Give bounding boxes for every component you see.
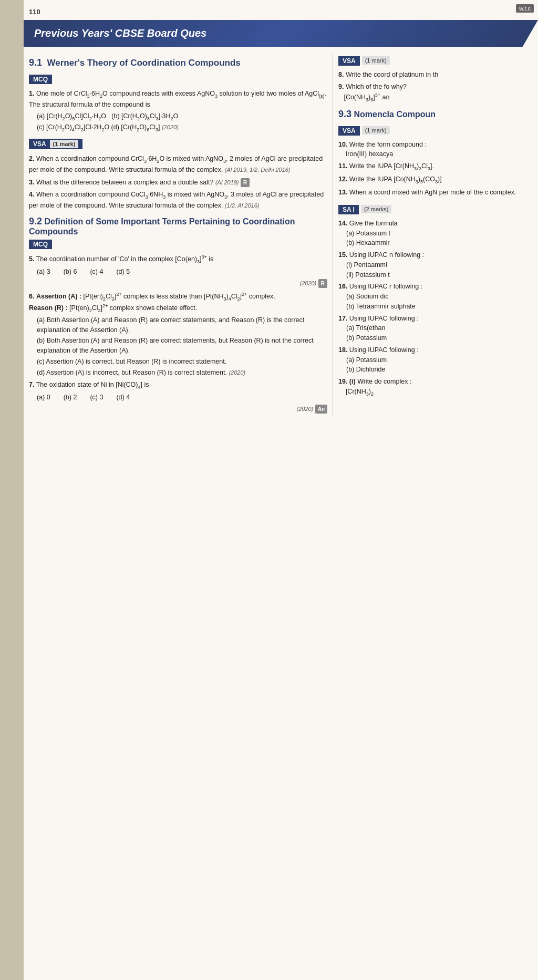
q15-opt-i: (i) Pentaammi — [346, 261, 387, 269]
left-column: 9.1 Werner's Theory of Coordination Comp… — [24, 53, 333, 416]
section-92-title: Definition of Some Important Terms Perta… — [29, 217, 295, 236]
vsa1-mark: (1 mark) — [50, 140, 79, 148]
question-7: 7. The oxidation state of Ni in [Ni(CO)4… — [29, 380, 327, 414]
q5-options: (a) 3 (b) 6 (c) 4 (d) 5 — [37, 267, 327, 277]
mcq-badge-2: MCQ — [29, 240, 52, 249]
question-11: 11. Write the IUPA [Cr(NH3)3Cl3]. — [338, 161, 534, 172]
question-3: 3. What is the difference between a comp… — [29, 178, 327, 188]
vsa-badge-right: VSA — [338, 56, 360, 66]
q16-opt-b: (b) Tetraammir sulphate — [346, 303, 416, 310]
question-12: 12. Write the IUPA [Co(NH3)5(CO3)] — [338, 174, 534, 185]
two-col-layout: 9.1 Werner's Theory of Coordination Comp… — [24, 53, 538, 416]
question-17: 17. Using IUPAC following : (a) Tris(eth… — [338, 314, 534, 343]
r-badge-q3: R — [241, 178, 250, 187]
left-strip — [0, 0, 24, 980]
question-15: 15. Using IUPAC n following : (i) Pentaa… — [338, 250, 534, 280]
right-column: VSA (1 mark) 8. Write the coord of plati… — [333, 53, 538, 416]
question-19: 19. (i) Write do complex : [Cr(NH3)2 — [338, 377, 534, 398]
mcq-badge-1: MCQ — [29, 75, 52, 84]
question-4: 4. When a coordination compound CoCl3·6N… — [29, 190, 327, 211]
q1-opt-a: (a) [Cr(H2O)5Cl]Cl2·H2O (b) [Cr(H2O)3Cl3… — [37, 111, 327, 122]
r-badge-q5: R — [318, 279, 327, 288]
vsa-badge-right2: VSA — [338, 126, 360, 136]
wt-badge: w.t.c — [516, 4, 534, 13]
section-91-title: Werner's Theory of Coordination Compound… — [47, 58, 240, 68]
q7-opt-b: (b) 2 — [64, 393, 77, 403]
main-content: w.t.c 110 Previous Years' CBSE Board Que… — [24, 0, 538, 980]
question-13: 13. When a coord mixed with AgN per mole… — [338, 188, 534, 198]
section-93-heading: 9.3 Nomencla Compoun — [338, 109, 534, 120]
question-2: 2. When a coordination compound CrCl3·6H… — [29, 154, 327, 175]
q17-opt-a: (a) Tris(ethan — [346, 324, 385, 332]
question-14: 14. Give the formula (a) Potassium t (b)… — [338, 219, 534, 248]
q16-opt-a: (a) Sodium dic — [346, 293, 389, 300]
q7-opt-d: (d) 4 — [116, 393, 130, 403]
section-93-num: 9.3 — [338, 109, 351, 119]
q1-opt-c: (c) [Cr(H2O)4Cl2]Cl·2H2O (d) [Cr(H2O)6Cl… — [37, 122, 327, 133]
q7-options: (a) 0 (b) 2 (c) 3 (d) 4 — [37, 393, 327, 403]
sa1-badge: SA I — [338, 205, 359, 214]
section-93-title: Nomencla Compoun — [354, 110, 436, 119]
q15-opt-ii: (ii) Potassium t — [346, 271, 390, 278]
page-number: 110 — [24, 5, 538, 20]
q18-opt-b: (b) Dichloride — [346, 366, 385, 373]
q6-opt-b: (b) Both Assertion (A) and Reason (R) ar… — [37, 336, 327, 356]
reason-label: Reason (R) : — [29, 304, 68, 312]
q5-opt-c: (c) 4 — [90, 267, 103, 277]
question-9: 9. Which of the fo why? [Co(NH3)6]3+ an — [338, 82, 534, 104]
section-91-num: 9.1 — [29, 57, 42, 68]
q7-opt-c: (c) 3 — [90, 393, 103, 403]
question-6: 6. Assertion (A) : [Pt(en)2Cl2]2+ comple… — [29, 291, 327, 378]
assertion-label: Assertion (A) : — [36, 293, 81, 300]
q17-opt-b: (b) Potassium — [346, 334, 387, 342]
section-92-num: 9.2 — [29, 216, 42, 226]
question-18: 18. Using IUPAC following : (a) Potassiu… — [338, 345, 534, 375]
vsa-badge-1: VSA (1 mark) — [29, 139, 82, 149]
q5-opt-d: (d) 5 — [116, 267, 130, 277]
sa1-mark: (2 marks) — [361, 205, 391, 213]
vsa-right-mark: (1 mark) — [362, 56, 390, 65]
question-10: 10. Write the form compound : Iron(III) … — [338, 140, 534, 160]
q6-opt-a: (a) Both Assertion (A) and Reason (R) ar… — [37, 315, 327, 335]
q5-opt-a: (a) 3 — [37, 267, 50, 277]
question-16: 16. Using IUPAC r following : (a) Sodium… — [338, 282, 534, 311]
q14-opt-a: (a) Potassium t — [346, 230, 390, 237]
q5-opt-b: (b) 6 — [64, 267, 77, 277]
q14-opt-b: (b) Hexaammir — [346, 239, 390, 246]
q18-opt-a: (a) Potassium — [346, 356, 387, 364]
vsa-right2-mark: (1 mark) — [362, 126, 390, 135]
q6-opt-c: (c) Assertion (A) is correct, but Reason… — [37, 357, 327, 367]
q7-year: (2020) An — [29, 404, 327, 414]
question-8: 8. Write the coord of platinum in th — [338, 70, 534, 80]
q6-opt-d: (d) Assertion (A) is incorrect, but Reas… — [37, 368, 327, 378]
question-5: 5. The coordination number of 'Co' in th… — [29, 254, 327, 288]
q7-opt-a: (a) 0 — [37, 393, 50, 403]
an-badge-q7: An — [315, 405, 327, 414]
q5-year: (2020) R — [29, 278, 327, 288]
page-wrapper: w.t.c 110 Previous Years' CBSE Board Que… — [0, 0, 538, 980]
header-banner: Previous Years' CBSE Board Ques — [24, 20, 538, 47]
question-1: 1. One mole of CrCl3·6H2O compound react… — [29, 89, 327, 133]
section-91-heading: 9.1 Werner's Theory of Coordination Comp… — [29, 57, 327, 68]
